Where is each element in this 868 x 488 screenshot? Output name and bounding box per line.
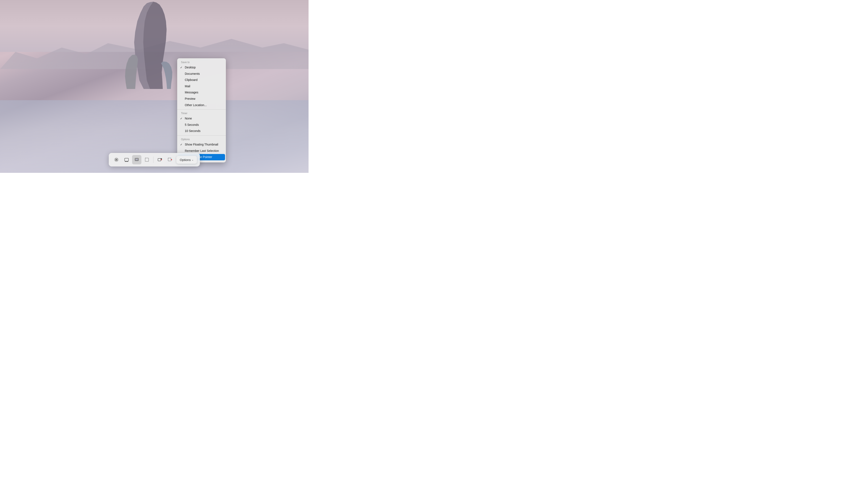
options-chevron-icon: ⌄ (192, 158, 193, 161)
menu-item-5-seconds[interactable]: 5 Seconds (177, 122, 226, 128)
menu-item-mail[interactable]: Mail (177, 83, 226, 90)
close-icon (114, 157, 119, 162)
svg-rect-8 (135, 159, 138, 160)
fullscreen-icon (124, 157, 129, 162)
menu-item-documents[interactable]: Documents (177, 71, 226, 77)
menu-item-other-location[interactable]: Other Location... (177, 102, 226, 108)
capture-window-button[interactable] (132, 155, 141, 164)
other-location-label: Other Location... (185, 103, 207, 107)
close-button[interactable] (112, 155, 121, 164)
mail-label: Mail (185, 84, 190, 89)
floating-thumbnail-label: Show Floating Thumbnail (185, 142, 218, 147)
timer-header: Timer (177, 110, 226, 116)
check-floating-thumbnail: ✓ (180, 143, 182, 147)
svg-point-14 (171, 159, 172, 160)
selection-icon (144, 157, 149, 162)
context-menu: Save to ✓ Desktop Documents Clipboard Ma… (177, 58, 226, 162)
preview-label: Preview (185, 97, 195, 101)
save-to-header: Save to (177, 60, 226, 64)
screenshot-toolbar: Options ⌄ (109, 153, 200, 166)
record-screen-icon (157, 157, 162, 162)
options-header: Options (177, 137, 226, 141)
capture-selection-button[interactable] (142, 155, 152, 164)
remember-last-selection-label: Remember Last Selection (185, 149, 219, 153)
svg-rect-13 (168, 158, 171, 161)
options-label: Options (180, 158, 191, 162)
menu-item-10-seconds[interactable]: 10 Seconds (177, 128, 226, 134)
window-icon (134, 157, 139, 162)
documents-label: Documents (185, 72, 200, 76)
record-selection-icon (167, 157, 173, 162)
capture-fullscreen-button[interactable] (122, 155, 131, 164)
svg-rect-9 (145, 158, 149, 161)
options-button[interactable]: Options ⌄ (176, 156, 197, 164)
clipboard-label: Clipboard (185, 78, 197, 82)
svg-rect-3 (125, 158, 128, 161)
10-seconds-label: 10 Seconds (185, 129, 200, 133)
svg-rect-10 (158, 158, 161, 161)
menu-item-clipboard[interactable]: Clipboard (177, 77, 226, 83)
record-selection-button[interactable] (165, 155, 175, 164)
check-none: ✓ (180, 117, 182, 121)
menu-item-preview[interactable]: Preview (177, 96, 226, 102)
none-label: None (185, 117, 192, 121)
desktop-background (0, 0, 309, 173)
record-screen-button[interactable] (155, 155, 164, 164)
desktop-label: Desktop (185, 65, 195, 70)
menu-item-messages[interactable]: Messages (177, 89, 226, 96)
messages-label: Messages (185, 91, 198, 95)
check-desktop: ✓ (180, 66, 182, 69)
menu-item-none[interactable]: ✓ None (177, 116, 226, 122)
menu-item-show-floating-thumbnail[interactable]: ✓ Show Floating Thumbnail (177, 141, 226, 148)
5-seconds-label: 5 Seconds (185, 123, 199, 127)
menu-item-desktop[interactable]: ✓ Desktop (177, 64, 226, 71)
